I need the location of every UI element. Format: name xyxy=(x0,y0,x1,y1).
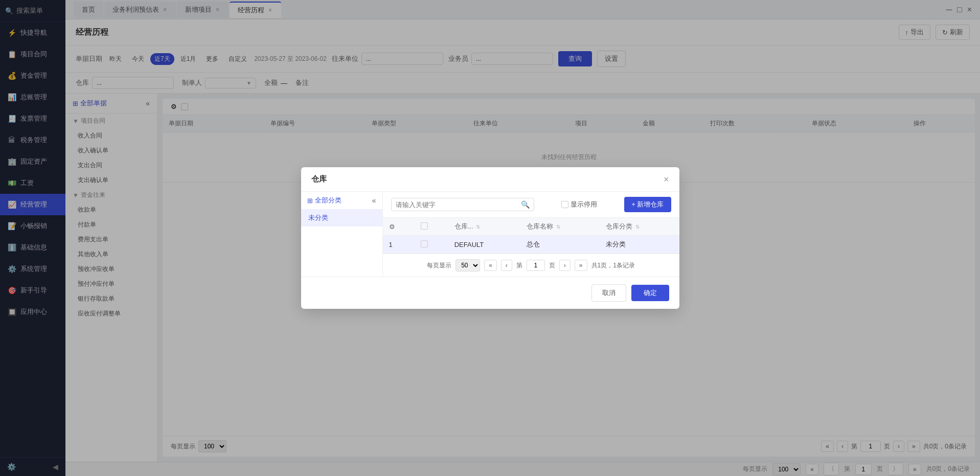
modal-per-page-select[interactable]: 50 xyxy=(455,259,480,271)
modal-page-input[interactable] xyxy=(527,260,545,271)
modal-table-wrap: ⚙ 仓库... ⇅ 仓库名称 xyxy=(383,218,679,254)
show-disabled-checkbox[interactable] xyxy=(561,201,568,208)
row-name: 总仓 xyxy=(520,236,600,254)
modal-page-first[interactable]: « xyxy=(484,260,497,271)
show-disabled-label: 显示停用 xyxy=(571,200,597,209)
col-settings-icon[interactable]: ⚙ xyxy=(389,223,395,231)
modal-col-settings: ⚙ xyxy=(383,218,415,236)
modal-right-panel: 🔍 显示停用 + 新增仓库 ⚙ xyxy=(383,192,679,277)
modal-page-prev[interactable]: ‹ xyxy=(501,260,512,271)
warehouse-modal: 仓库 × ⊞ 全部分类 « 未分类 🔍 xyxy=(301,167,679,309)
confirm-button[interactable]: 确定 xyxy=(631,285,669,301)
modal-page-last[interactable]: » xyxy=(575,260,587,271)
modal-total: 共1页，1条记录 xyxy=(591,261,635,270)
modal-left-panel: ⊞ 全部分类 « 未分类 xyxy=(301,192,383,277)
modal-search-input[interactable] xyxy=(396,201,518,209)
sort-icon-category: ⇅ xyxy=(635,224,640,230)
modal-header: 仓库 × xyxy=(301,167,679,192)
modal-col-category: 仓库分类 ⇅ xyxy=(600,218,679,236)
modal-left-header: ⊞ 全部分类 « xyxy=(301,192,382,209)
modal-title: 仓库 xyxy=(311,174,327,184)
modal-col-checkbox xyxy=(415,218,448,236)
modal-body: ⊞ 全部分类 « 未分类 🔍 显示停用 xyxy=(301,192,679,277)
modal-toolbar: 🔍 显示停用 + 新增仓库 xyxy=(383,192,679,218)
modal-footer: 每页显示 50 « ‹ 第 页 › » 共1页，1条记录 xyxy=(383,254,679,277)
modal-actions: 取消 确定 xyxy=(301,277,679,309)
modal-search-box[interactable]: 🔍 xyxy=(391,198,534,211)
modal-all-categories[interactable]: ⊞ 全部分类 xyxy=(307,196,341,205)
modal-all-label: 全部分类 xyxy=(315,196,341,205)
modal-overlay: 仓库 × ⊞ 全部分类 « 未分类 🔍 xyxy=(0,0,980,476)
modal-page-next[interactable]: › xyxy=(559,260,571,271)
modal-page-label: 第 xyxy=(516,261,522,270)
row-category: 未分类 xyxy=(600,236,679,254)
add-warehouse-button[interactable]: + 新增仓库 xyxy=(624,197,671,212)
modal-grid-icon: ⊞ xyxy=(307,197,313,205)
cancel-button[interactable]: 取消 xyxy=(591,284,626,302)
row-index: 1 xyxy=(383,236,415,254)
row-checkbox[interactable] xyxy=(415,236,448,254)
modal-select-all[interactable] xyxy=(421,222,428,230)
modal-page-end: 页 xyxy=(549,261,555,270)
modal-left-uncategorized[interactable]: 未分类 xyxy=(301,209,382,226)
modal-close-button[interactable]: × xyxy=(664,175,669,184)
modal-per-page-label: 每页显示 xyxy=(427,261,451,270)
show-disabled-group: 显示停用 xyxy=(561,200,597,209)
modal-col-name: 仓库名称 ⇅ xyxy=(520,218,600,236)
modal-collapse-button[interactable]: « xyxy=(372,196,376,205)
sort-icon-code: ⇅ xyxy=(476,224,480,230)
modal-table: ⚙ 仓库... ⇅ 仓库名称 xyxy=(383,218,679,254)
modal-search-icon: 🔍 xyxy=(521,200,530,209)
modal-col-code: 仓库... ⇅ xyxy=(448,218,520,236)
row-code: DEFAULT xyxy=(448,236,520,254)
sort-icon-name: ⇅ xyxy=(556,224,560,230)
table-row[interactable]: 1 DEFAULT 总仓 未分类 xyxy=(383,236,679,254)
